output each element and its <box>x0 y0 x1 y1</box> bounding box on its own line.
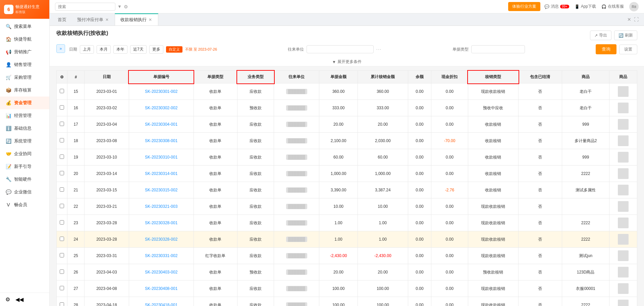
online-support-action[interactable]: 🎧 在线客服 <box>601 4 624 9</box>
row-checkbox[interactable] <box>60 187 64 192</box>
cell-checkbox[interactable] <box>57 215 67 231</box>
cell-doc-no[interactable]: SK-20230302-002 <box>129 100 194 116</box>
row-checkbox[interactable] <box>60 122 64 126</box>
sidebar-item-guide[interactable]: 📝 新手引导 <box>0 160 49 173</box>
settings-icon[interactable]: ⚙ <box>124 4 128 9</box>
industry-solution-button[interactable]: 体验行业方案 <box>508 2 540 11</box>
tab-receipt-close-icon[interactable]: ✕ <box>148 17 153 22</box>
cell-doc-no[interactable]: SK-20230301-002 <box>129 83 194 100</box>
sidebar-item-basic-info[interactable]: ℹ️ 基础信息 <box>0 122 49 135</box>
tab-home[interactable]: 首页 <box>52 13 72 25</box>
filter-expand-button[interactable]: » <box>56 44 65 53</box>
doc-no-link[interactable]: SK-20230308-001 <box>145 138 177 143</box>
filter-date-more[interactable]: 更多 <box>149 45 163 54</box>
cell-checkbox[interactable] <box>57 198 67 215</box>
user-avatar[interactable]: Rit <box>629 2 639 11</box>
cell-checkbox[interactable] <box>57 83 67 100</box>
row-checkbox[interactable] <box>60 269 64 274</box>
cell-doc-no[interactable]: SK-20230331-002 <box>129 248 194 264</box>
row-checkbox[interactable] <box>60 89 64 93</box>
tab-prepay-invoice[interactable]: 预付冲应付单 ✕ <box>72 13 115 25</box>
sidebar-item-enterprise[interactable]: 🤝 企业协同 <box>0 147 49 160</box>
doc-no-link[interactable]: SK-20230418-001 <box>145 303 177 306</box>
cell-checkbox[interactable] <box>57 133 67 149</box>
sidebar-item-finance[interactable]: 💰 资金管理 <box>0 97 49 109</box>
sidebar-item-quick-nav[interactable]: 🏠 快捷导航 <box>0 33 49 46</box>
cell-doc-no[interactable]: SK-20230321-003 <box>129 198 194 215</box>
company-filter-input[interactable] <box>307 45 374 53</box>
tab-receipt-writeoff[interactable]: 收款核销执行 ✕ <box>115 13 158 25</box>
doc-no-link[interactable]: SK-20230314-001 <box>145 171 177 176</box>
export-button[interactable]: ↗ 导出 <box>590 30 611 40</box>
setting-button[interactable]: 设置 <box>619 45 637 54</box>
row-checkbox[interactable] <box>60 220 64 225</box>
doc-no-link[interactable]: SK-20230321-003 <box>145 204 177 209</box>
sidebar-item-operations[interactable]: 📊 经营管理 <box>0 109 49 122</box>
filter-date-last-month[interactable]: 上月 <box>80 45 94 54</box>
doc-no-link[interactable]: SK-20230331-002 <box>145 253 177 258</box>
doc-no-link[interactable]: SK-20230304-001 <box>145 122 177 127</box>
doc-no-link[interactable]: SK-20230302-002 <box>145 106 177 110</box>
cell-checkbox[interactable] <box>57 116 67 133</box>
sidebar-item-system[interactable]: 🔄 系统管理 <box>0 135 49 147</box>
cell-doc-no[interactable]: SK-20230315-002 <box>129 182 194 198</box>
row-checkbox[interactable] <box>60 155 64 159</box>
doc-no-link[interactable]: SK-20230328-002 <box>145 237 177 242</box>
cell-doc-no[interactable]: SK-20230403-002 <box>129 264 194 281</box>
refresh-button[interactable]: 🔄 刷新 <box>614 30 637 40</box>
cell-doc-no[interactable]: SK-20230308-001 <box>129 133 194 149</box>
query-button[interactable]: 查询 <box>596 44 616 54</box>
cell-doc-no[interactable]: SK-20230314-001 <box>129 166 194 182</box>
tab-expand-icon[interactable]: ⛶ <box>634 17 639 22</box>
cell-checkbox[interactable] <box>57 100 67 116</box>
row-checkbox[interactable] <box>60 253 64 257</box>
row-checkbox[interactable] <box>60 237 64 241</box>
doc-no-link[interactable]: SK-20230301-002 <box>145 89 177 94</box>
cell-checkbox[interactable] <box>57 166 67 182</box>
sidebar-item-member[interactable]: V 畅会员 <box>0 198 49 211</box>
cell-doc-no[interactable]: SK-20230304-001 <box>129 116 194 133</box>
row-checkbox[interactable] <box>60 204 64 208</box>
collapse-icon[interactable]: ◀◀ <box>15 296 23 303</box>
receipt-type-select[interactable] <box>471 45 525 53</box>
tab-close-all-icon[interactable]: ✕ <box>627 17 631 22</box>
filter-date-this-year[interactable]: 本年 <box>113 45 127 54</box>
settings-gear-icon[interactable]: ⚙ <box>5 296 10 303</box>
cell-checkbox[interactable] <box>57 231 67 248</box>
sidebar-item-marketing[interactable]: 📢 营销推广 <box>0 46 49 58</box>
expand-more-conditions[interactable]: ▼ 展开更多条件 <box>56 58 637 66</box>
app-download-action[interactable]: 📱 App下载 <box>575 4 596 9</box>
doc-no-link[interactable]: SK-20230403-002 <box>145 270 177 274</box>
cell-checkbox[interactable] <box>57 248 67 264</box>
message-action[interactable]: 💬 消息 99+ <box>544 4 569 9</box>
filter-date-7days[interactable]: 近7天 <box>130 45 147 54</box>
doc-no-link[interactable]: SK-20230315-002 <box>145 188 177 192</box>
row-checkbox[interactable] <box>60 286 64 290</box>
sidebar-item-sales[interactable]: 👤 销售管理 <box>0 58 49 71</box>
cell-doc-no[interactable]: SK-20230310-001 <box>129 149 194 166</box>
sidebar-item-hardware[interactable]: 🔧 智能硬件 <box>0 173 49 186</box>
col-settings[interactable]: ⚙ <box>57 71 67 83</box>
sidebar-item-inventory[interactable]: 📦 库存核算 <box>0 84 49 97</box>
row-checkbox[interactable] <box>60 105 64 110</box>
row-checkbox[interactable] <box>60 171 64 175</box>
cell-doc-no[interactable]: SK-20230328-002 <box>129 231 194 248</box>
cell-doc-no[interactable]: SK-20230418-001 <box>129 297 194 306</box>
doc-no-link[interactable]: SK-20230310-001 <box>145 155 177 160</box>
doc-no-link[interactable]: SK-20230408-001 <box>145 286 177 291</box>
sidebar-item-search[interactable]: 🔍 搜索菜单 <box>0 20 49 33</box>
row-checkbox[interactable] <box>60 302 64 306</box>
sidebar-item-wechat[interactable]: 💬 企业微信 <box>0 186 49 198</box>
filter-date-this-month[interactable]: 本月 <box>97 45 111 54</box>
company-filter-dots[interactable]: ··· <box>376 47 382 52</box>
search-input[interactable] <box>55 3 115 11</box>
cell-doc-no[interactable]: SK-20230328-001 <box>129 215 194 231</box>
cell-checkbox[interactable] <box>57 281 67 297</box>
filter-custom-badge[interactable]: 自定义 <box>166 46 182 53</box>
cell-checkbox[interactable] <box>57 264 67 281</box>
tab-prepay-close-icon[interactable]: ✕ <box>105 17 109 22</box>
cell-checkbox[interactable] <box>57 149 67 166</box>
cell-doc-no[interactable]: SK-20230408-001 <box>129 281 194 297</box>
sidebar-item-purchase[interactable]: 🛒 采购管理 <box>0 71 49 84</box>
column-settings-icon[interactable]: ⚙ <box>60 75 64 79</box>
